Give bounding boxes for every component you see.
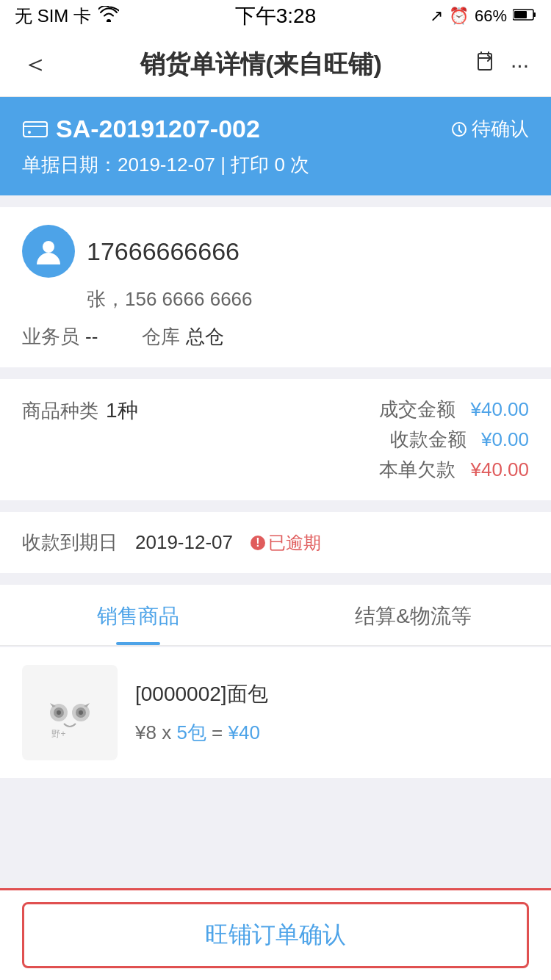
received-amount-value: ¥0.00 <box>481 428 529 451</box>
share-icon[interactable] <box>474 51 496 78</box>
meta-row: 业务员 -- 仓库 总仓 <box>22 324 529 350</box>
salesperson-label: 业务员 <box>22 324 79 350</box>
bottom-bar: 旺铺订单确认 <box>0 888 551 980</box>
product-info: [0000002]面包 ¥8 x 5包 = ¥40 <box>135 680 529 746</box>
due-date: 2019-12-07 <box>135 531 233 554</box>
summary-left: 商品种类 1种 <box>22 397 138 425</box>
product-name: [0000002]面包 <box>135 680 529 708</box>
svg-rect-3 <box>24 122 47 137</box>
warehouse-value: 总仓 <box>186 324 224 350</box>
overdue-dot-icon: ! <box>251 536 265 550</box>
product-thumbnail: 野+ <box>22 665 118 760</box>
tabs-section: 销售商品 结算&物流等 <box>0 585 551 646</box>
svg-rect-1 <box>533 12 536 17</box>
deal-amount-value: ¥40.00 <box>470 398 529 421</box>
confirm-order-button[interactable]: 旺铺订单确认 <box>22 902 529 968</box>
product-section: 野+ [0000002]面包 ¥8 x 5包 = ¥40 <box>0 647 551 778</box>
balance-value: ¥40.00 <box>470 458 529 481</box>
overdue-text: 已逾期 <box>268 531 321 555</box>
nav-bar: ＜ 销货单详情(来自旺铺) ··· <box>0 32 551 97</box>
tab-settlement[interactable]: 结算&物流等 <box>276 585 551 645</box>
deal-amount-label: 成交金额 <box>379 397 455 422</box>
overdue-badge: ! 已逾期 <box>251 531 321 555</box>
due-section: 收款到期日 2019-12-07 ! 已逾期 <box>0 512 551 573</box>
svg-point-4 <box>28 131 31 134</box>
due-label: 收款到期日 <box>22 530 118 555</box>
price-equals: = <box>212 721 223 743</box>
customer-section: 17666666666 张，156 6666 6666 业务员 -- 仓库 总仓 <box>0 207 551 367</box>
salesperson-item: 业务员 -- <box>22 324 98 350</box>
more-icon[interactable]: ··· <box>511 52 529 77</box>
product-price: ¥8 x 5包 = ¥40 <box>135 720 529 746</box>
svg-text:野+: 野+ <box>51 729 65 738</box>
warehouse-item: 仓库 总仓 <box>142 324 224 350</box>
order-header-top: SA-20191207-002 待确认 <box>22 115 529 143</box>
order-date: 单据日期：2019-12-07 | 打印 0 次 <box>22 152 529 178</box>
customer-row: 17666666666 <box>22 225 529 278</box>
alarm-icon: ⏰ <box>449 7 469 26</box>
product-item: 野+ [0000002]面包 ¥8 x 5包 = ¥40 <box>22 665 529 760</box>
balance-label: 本单欠款 <box>379 457 455 483</box>
summary-right: 成交金额 ¥40.00 收款金额 ¥0.00 本单欠款 ¥40.00 <box>379 397 529 483</box>
price-total: ¥40 <box>228 721 260 743</box>
warehouse-label: 仓库 <box>142 324 180 350</box>
svg-point-6 <box>43 241 54 253</box>
received-amount-item: 收款金额 ¥0.00 <box>390 427 529 453</box>
order-status: 待确认 <box>451 116 529 142</box>
location-icon: ↗ <box>430 7 443 26</box>
avatar <box>22 225 75 278</box>
summary-section: 商品种类 1种 成交金额 ¥40.00 收款金额 ¥0.00 本单欠款 ¥40.… <box>0 379 551 500</box>
battery-text: 66% <box>475 7 507 26</box>
back-button[interactable]: ＜ <box>22 46 48 82</box>
status-bar: 无 SIM 卡 下午3:28 ↗ ⏰ 66% <box>0 0 551 32</box>
price-quantity: 5包 <box>176 721 206 743</box>
order-header-card: SA-20191207-002 待确认 单据日期：2019-12-07 | 打印… <box>0 97 551 195</box>
svg-point-12 <box>79 710 83 715</box>
status-right: ↗ ⏰ 66% <box>430 7 536 26</box>
status-text: 待确认 <box>472 116 529 142</box>
status-time: 下午3:28 <box>235 2 317 30</box>
battery-icon <box>513 7 536 26</box>
balance-item: 本单欠款 ¥40.00 <box>379 457 529 483</box>
order-id: SA-20191207-002 <box>22 115 260 143</box>
page-title: 销货单详情(来自旺铺) <box>140 48 382 82</box>
tab-products[interactable]: 销售商品 <box>0 585 276 645</box>
nav-actions: ··· <box>474 51 529 78</box>
svg-point-11 <box>57 710 61 715</box>
received-amount-label: 收款金额 <box>390 427 467 453</box>
carrier-text: 无 SIM 卡 <box>15 4 91 28</box>
customer-name: 张，156 6666 6666 <box>22 287 529 312</box>
deal-amount-item: 成交金额 ¥40.00 <box>379 397 529 422</box>
wifi-icon <box>98 6 119 26</box>
price-formula: ¥8 x <box>135 721 171 743</box>
svg-rect-2 <box>514 11 527 18</box>
product-type-value: 1种 <box>106 397 138 425</box>
salesperson-value: -- <box>85 325 98 348</box>
customer-phone: 17666666666 <box>87 237 240 266</box>
product-type-label: 商品种类 <box>22 398 98 424</box>
status-left: 无 SIM 卡 <box>15 4 119 28</box>
summary-row: 商品种类 1种 成交金额 ¥40.00 收款金额 ¥0.00 本单欠款 ¥40.… <box>22 397 529 483</box>
due-row: 收款到期日 2019-12-07 ! 已逾期 <box>22 530 529 555</box>
confirm-button-label: 旺铺订单确认 <box>205 919 346 951</box>
